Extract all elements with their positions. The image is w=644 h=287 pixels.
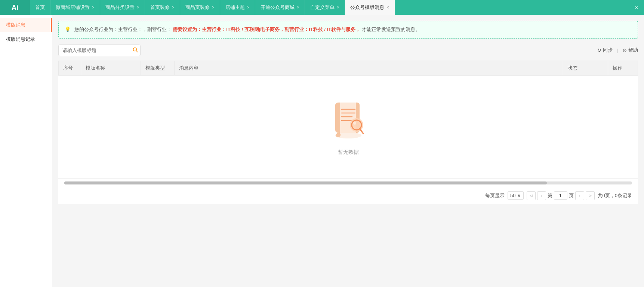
tab-close-open-mall[interactable]: × [297,5,299,10]
sync-icon: ↻ [597,48,601,53]
tab-close-template-msg[interactable]: × [386,5,389,10]
main-layout: 模版消息模版消息记录 💡 您的公众号行业为：主营行业：，副营行业： 需要设置为：… [0,15,644,287]
notice-banner: 💡 您的公众号行业为：主营行业：，副营行业： 需要设置为：主营行业：IT科技 /… [58,21,638,39]
tab-bar: 首页微商城店铺设置×商品分类设置×首页装修×商品页装修×店铺主题×开通公众号商城… [30,0,629,15]
col-header-type: 模版类型 [141,61,175,75]
pipe-divider: | [617,48,618,53]
tab-close-shop-theme[interactable]: × [247,5,250,10]
chevron-down-icon: ∨ [517,193,521,198]
search-input-wrapper [58,45,141,56]
scrollbar-area [58,178,638,187]
scrollbar-thumb[interactable] [64,181,547,184]
help-label: 帮助 [628,47,638,54]
col-header-action: 操作 [608,61,638,75]
current-page-input[interactable] [554,191,567,200]
per-page-label: 每页显示 [485,192,505,199]
page-size-select[interactable]: 50 ∨ [508,191,523,200]
tab-close-home-decoration[interactable]: × [172,5,175,10]
sync-button[interactable]: ↻ 同步 [597,47,613,54]
svg-point-10 [353,122,356,125]
tab-custom-menu[interactable]: 自定义菜单× [305,0,345,15]
data-table: 序号模版名称模版类型消息内容状态操作 [58,61,638,76]
sidebar-item-template-msg-log[interactable]: 模版消息记录 [0,32,52,46]
logo: Ai [0,0,30,15]
empty-state-icon [326,98,371,143]
prev-page-button[interactable]: ‹ [537,191,546,200]
col-header-name: 模版名称 [81,61,141,75]
search-bar: ↻ 同步 | ⊙ 帮助 [58,45,638,56]
page-prefix: 第 [548,192,552,199]
tab-open-mall[interactable]: 开通公众号商城× [255,0,305,15]
tab-shop-theme[interactable]: 店铺主题× [220,0,255,15]
sync-label: 同步 [603,47,613,54]
tab-close-category-settings[interactable]: × [137,5,139,10]
notice-prefix: 您的公众号行业为：主营行业：，副营行业： [74,27,172,32]
tab-category-settings[interactable]: 商品分类设置× [100,0,145,15]
col-header-content: 消息内容 [175,61,563,75]
page-label: 页 [569,192,574,199]
tab-home[interactable]: 首页 [30,0,50,15]
top-nav: Ai 首页微商城店铺设置×商品分类设置×首页装修×商品页装修×店铺主题×开通公众… [0,0,644,15]
notice-highlight: 需要设置为：主营行业：IT科技 / 互联网|电子商务，副营行业：IT科技 / I… [173,27,360,32]
total-label: 共0页，0条记录 [598,192,632,199]
tab-template-msg[interactable]: 公众号模版消息× [345,0,395,15]
tab-home-decoration[interactable]: 首页装修× [145,0,180,15]
help-button[interactable]: ⊙ 帮助 [623,47,638,54]
pagination: 每页显示 50 ∨ ⊲ ‹ 第 页 › ⊳ 共0页，0条记录 [58,187,638,204]
table-header-row: 序号模版名称模版类型消息内容状态操作 [59,61,638,75]
table-wrapper: 序号模版名称模版类型消息内容状态操作 [58,61,638,204]
first-page-button[interactable]: ⊲ [527,191,536,200]
tab-close-custom-menu[interactable]: × [337,5,339,10]
last-page-button[interactable]: ⊳ [586,191,595,200]
svg-line-1 [136,51,138,52]
notice-suffix: 才能正常发送预置的消息。 [362,27,420,32]
search-input[interactable] [59,45,129,55]
page-size-value: 50 [510,193,515,198]
svg-line-9 [360,129,363,134]
window-close-button[interactable]: × [629,0,644,15]
sidebar: 模版消息模版消息记录 [0,15,52,287]
sidebar-item-template-msg[interactable]: 模版消息 [0,18,52,32]
tab-product-decoration[interactable]: 商品页装修× [180,0,220,15]
tab-shop-settings[interactable]: 微商城店铺设置× [50,0,100,15]
tab-close-shop-settings[interactable]: × [92,5,95,10]
col-header-status: 状态 [563,61,608,75]
notice-icon: 💡 [65,27,71,32]
tab-close-product-decoration[interactable]: × [212,5,215,10]
page-navigation: ⊲ ‹ 第 页 › ⊳ [527,191,595,200]
scrollbar-track[interactable] [64,181,632,184]
help-icon: ⊙ [623,48,627,53]
col-header-seq: 序号 [59,61,81,75]
content-area: 💡 您的公众号行业为：主营行业：，副营行业： 需要设置为：主营行业：IT科技 /… [52,15,644,287]
search-actions: ↻ 同步 | ⊙ 帮助 [597,47,638,54]
search-button[interactable] [129,45,141,56]
empty-state-text: 暂无数据 [338,149,359,156]
next-page-button[interactable]: › [575,191,584,200]
empty-state: 暂无数据 [58,76,638,178]
